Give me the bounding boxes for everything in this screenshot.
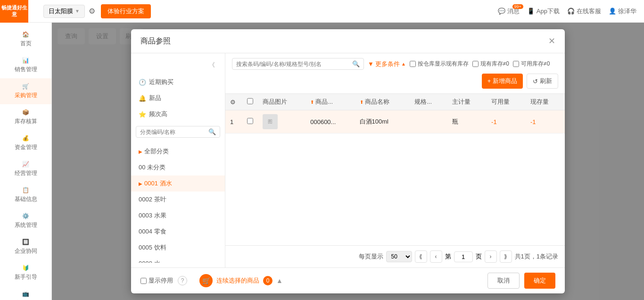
th-code: ⬆ 商品...: [305, 94, 355, 110]
user-name: 徐泽华: [618, 7, 636, 16]
experience-btn[interactable]: 体验行业方案: [101, 4, 151, 18]
new-products-item[interactable]: 🔔 新品: [131, 90, 225, 106]
available-checkbox-text: 可用库存≠0: [521, 60, 550, 68]
sidebar-item-home[interactable]: 🏠 首页: [0, 26, 51, 52]
left-panel: 《 🕐 近期购买 🔔 新品 ⭐: [131, 53, 225, 267]
cart-text: 连续选择的商品: [216, 276, 259, 285]
sidebar-item-operations[interactable]: 📈 经营管理: [0, 156, 51, 182]
category-search-input[interactable]: [140, 129, 208, 135]
category-fruit[interactable]: 0003 水果: [131, 208, 225, 224]
modal-overlay: 商品参照 ✕ 《 🕐 近期购买: [52, 23, 644, 300]
sort-name[interactable]: ⬆ 商品名称: [360, 98, 405, 106]
collapse-icon[interactable]: 《: [207, 58, 221, 72]
high-frequency-item[interactable]: ⭐ 频次高: [131, 106, 225, 122]
category-water[interactable]: 0008 水: [131, 256, 225, 263]
filter-icon: ▼: [368, 60, 374, 67]
user-profile[interactable]: 👤 徐泽华: [609, 7, 636, 16]
category-all[interactable]: ▶ 全部分类: [131, 143, 225, 159]
sort-image[interactable]: 商品图片: [263, 98, 301, 106]
category-all-label: 全部分类: [144, 147, 169, 156]
app-download-btn[interactable]: 📱 App下载: [527, 7, 560, 16]
sidebar-item-system[interactable]: ⚙️ 系统管理: [0, 208, 51, 234]
sort-code[interactable]: ⬆ 商品...: [310, 98, 350, 106]
first-page-btn[interactable]: ⟪: [415, 250, 427, 263]
sidebar-label-finance: 资金管理: [15, 143, 37, 151]
more-filters-btn[interactable]: ▼ 更多条件 ▲: [368, 60, 406, 68]
recent-purchase-item[interactable]: 🕐 近期购买: [131, 74, 225, 90]
store-name: 日太阳膜: [49, 7, 73, 16]
sidebar-label-sales: 销售管理: [15, 66, 37, 74]
refresh-btn[interactable]: ↺ 刷新: [527, 74, 558, 89]
category-liquor[interactable]: ▶ 0001 酒水: [131, 175, 225, 192]
product-search-input[interactable]: [236, 61, 352, 67]
table-row[interactable]: 1 图 000600... 白酒100ml: [225, 110, 565, 133]
category-snack[interactable]: 0004 零食: [131, 224, 225, 240]
sort-stock[interactable]: 现存量: [530, 98, 560, 106]
cart-icon[interactable]: 🛒: [199, 274, 213, 287]
stock-checkbox[interactable]: [472, 61, 479, 67]
category-uncategorized[interactable]: 00 未分类: [131, 159, 225, 175]
sort-spec[interactable]: 规格...: [414, 98, 443, 106]
next-page-btn[interactable]: ›: [485, 250, 497, 263]
category-tea[interactable]: 0002 茶叶: [131, 192, 225, 208]
select-all-checkbox[interactable]: [247, 98, 253, 104]
table-header-row: ⚙ 商品图片: [225, 94, 565, 110]
sort-available[interactable]: 可用量: [491, 98, 521, 106]
sidebar-item-finance[interactable]: 💰 资金管理: [0, 130, 51, 156]
sidebar-item-inventory[interactable]: 📦 库存核算: [0, 104, 51, 130]
prev-page-btn[interactable]: ‹: [430, 250, 442, 263]
sidebar-label-guide: 新手引导: [15, 273, 37, 281]
row-available: -1: [487, 110, 526, 133]
apps-icon: 📺: [22, 291, 29, 297]
sort-unit[interactable]: 主计量: [452, 98, 482, 106]
service-btn[interactable]: 🎧 在线客服: [567, 7, 601, 16]
category-beverage[interactable]: 0005 饮料: [131, 240, 225, 256]
row-stock: -1: [526, 110, 565, 133]
main-layout: 🏠 首页 📊 销售管理 🛒 采购管理 📦 库存核算 💰 资金管理 📈 经营管理 …: [0, 23, 644, 300]
sidebar-item-enterprise[interactable]: 🔲 企业协同: [0, 234, 51, 260]
warehouse-checkbox[interactable]: [410, 61, 416, 67]
basic-icon: 📋: [22, 187, 29, 193]
sidebar-item-sales[interactable]: 📊 销售管理: [0, 52, 51, 78]
cancel-btn[interactable]: 取消: [487, 273, 520, 289]
add-product-btn[interactable]: + 新增商品: [482, 74, 523, 89]
row-unit: 瓶: [447, 110, 487, 133]
th-settings[interactable]: ⚙: [225, 94, 242, 110]
page-total: 共1页，1条记录: [515, 252, 558, 261]
operations-icon: 📈: [22, 161, 29, 167]
help-icon[interactable]: ?: [178, 276, 187, 285]
store-dropdown[interactable]: 日太阳膜 ▼: [43, 5, 85, 18]
warehouse-checkbox-label[interactable]: 按仓库显示现有库存: [410, 60, 469, 68]
messages-btn[interactable]: 💬 消息 99+: [498, 7, 520, 16]
confirm-btn[interactable]: 确定: [524, 273, 555, 289]
close-icon[interactable]: ✕: [548, 36, 555, 46]
new-icon: 🔔: [139, 95, 146, 102]
system-icon: ⚙️: [22, 213, 29, 219]
new-products-label: 新品: [149, 94, 161, 102]
per-page-select[interactable]: 50 100 200: [386, 251, 412, 262]
headset-icon: 🎧: [567, 8, 575, 15]
sidebar-item-apps[interactable]: 📺 应用中心: [0, 286, 51, 300]
sort-arrow-icon: ⬆: [310, 100, 314, 105]
category-search-icon[interactable]: 🔍: [208, 128, 216, 135]
right-toolbar: 🔍 ▼ 更多条件 ▲ 按仓库显示现有库存: [225, 53, 565, 94]
cart-collapse-icon[interactable]: ▲: [276, 277, 283, 284]
sidebar-item-guide[interactable]: 🔰 新手引导: [0, 260, 51, 286]
gear-icon[interactable]: ⚙: [89, 7, 95, 16]
page-number-input[interactable]: [454, 251, 473, 262]
topbar-right: 💬 消息 99+ 📱 App下载 🎧 在线客服 👤 徐泽华: [498, 7, 636, 16]
product-search-icon[interactable]: 🔍: [352, 60, 360, 67]
sidebar-item-basic[interactable]: 📋 基础信息: [0, 182, 51, 208]
sidebar-label-purchase: 采购管理: [15, 92, 37, 100]
row-checkbox[interactable]: [247, 118, 253, 124]
last-page-btn[interactable]: ⟫: [500, 250, 512, 263]
show-disabled-checkbox[interactable]: [140, 278, 147, 284]
show-disabled-label[interactable]: 显示停用: [140, 276, 173, 285]
available-checkbox-label[interactable]: 可用库存≠0: [513, 60, 550, 68]
dialog-body: 《 🕐 近期购买 🔔 新品 ⭐: [131, 53, 565, 267]
sidebar-item-purchase[interactable]: 🛒 采购管理: [0, 78, 51, 104]
available-checkbox[interactable]: [513, 61, 519, 67]
sidebar: 🏠 首页 📊 销售管理 🛒 采购管理 📦 库存核算 💰 资金管理 📈 经营管理 …: [0, 23, 52, 300]
stock-checkbox-label[interactable]: 现有库存≠0: [472, 60, 509, 68]
row-code: 000600...: [305, 110, 355, 133]
